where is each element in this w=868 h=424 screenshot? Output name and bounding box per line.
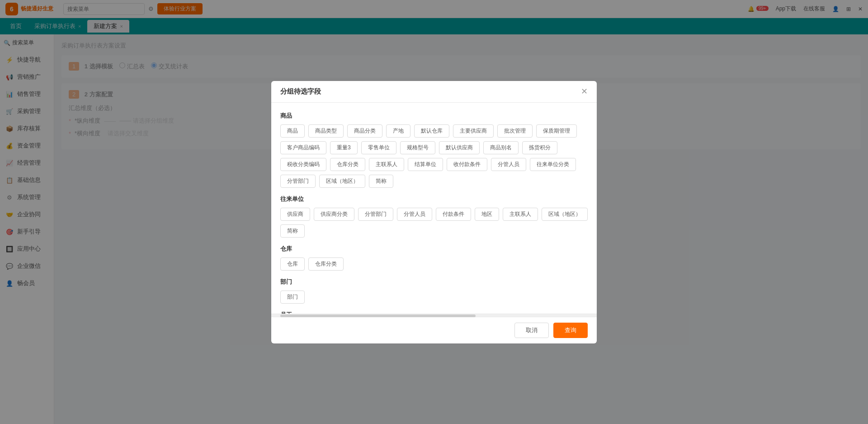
confirm-button[interactable]: 查询 — [553, 323, 588, 338]
field-tag-1-4[interactable]: 付款条件 — [436, 208, 471, 221]
modal-close-button[interactable]: ✕ — [581, 87, 588, 95]
field-group-2: 仓库仓库分类 — [280, 257, 588, 271]
modal-scrollbar[interactable] — [271, 314, 597, 316]
modal-scrollbar-thumb — [280, 314, 476, 317]
field-tag-0-18[interactable]: 结算单位 — [408, 158, 443, 171]
field-tag-0-22[interactable]: 分管部门 — [280, 175, 316, 188]
field-tag-0-4[interactable]: 默认仓库 — [414, 124, 449, 138]
field-group-0: 商品商品类型商品分类产地默认仓库主要供应商批次管理保质期管理客户商品编码重量3零… — [280, 124, 588, 188]
field-tag-0-5[interactable]: 主要供应商 — [453, 124, 494, 138]
field-tag-0-17[interactable]: 主联系人 — [369, 158, 404, 171]
field-tag-1-0[interactable]: 供应商 — [280, 208, 310, 221]
field-tag-1-6[interactable]: 主联系人 — [503, 208, 538, 221]
section-title-1: 往来单位 — [280, 195, 588, 203]
modal-overlay: 分组待选字段 ✕ 商品商品商品类型商品分类产地默认仓库主要供应商批次管理保质期管… — [0, 0, 868, 424]
section-title-3: 部门 — [280, 278, 588, 286]
field-tag-0-24[interactable]: 简称 — [369, 175, 393, 188]
field-tag-0-14[interactable]: 拣货积分 — [522, 141, 557, 154]
field-tag-0-7[interactable]: 保质期管理 — [536, 124, 577, 138]
field-tag-0-23[interactable]: 区域（地区） — [319, 175, 365, 188]
modal-footer: 取消 查询 — [271, 317, 597, 343]
field-tag-1-7[interactable]: 区域（地区） — [542, 208, 588, 221]
section-title-2: 仓库 — [280, 245, 588, 253]
field-tag-0-20[interactable]: 分管人员 — [491, 158, 526, 171]
field-tag-2-0[interactable]: 仓库 — [280, 257, 305, 271]
field-tag-1-3[interactable]: 分管人员 — [397, 208, 432, 221]
field-select-modal: 分组待选字段 ✕ 商品商品商品类型商品分类产地默认仓库主要供应商批次管理保质期管… — [271, 81, 597, 343]
field-tag-0-9[interactable]: 重量3 — [330, 141, 358, 154]
field-tag-1-2[interactable]: 分管部门 — [358, 208, 393, 221]
field-tag-0-16[interactable]: 仓库分类 — [330, 158, 365, 171]
section-title-4: 员工 — [280, 311, 588, 314]
field-tag-0-2[interactable]: 商品分类 — [347, 124, 382, 138]
modal-header: 分组待选字段 ✕ — [271, 81, 597, 103]
field-tag-0-0[interactable]: 商品 — [280, 124, 305, 138]
field-tag-2-1[interactable]: 仓库分类 — [308, 257, 344, 271]
field-tag-0-11[interactable]: 规格型号 — [400, 141, 435, 154]
modal-body: 商品商品商品类型商品分类产地默认仓库主要供应商批次管理保质期管理客户商品编码重量… — [271, 103, 597, 314]
field-group-3: 部门 — [280, 291, 588, 304]
field-tag-1-1[interactable]: 供应商分类 — [314, 208, 354, 221]
field-tag-0-13[interactable]: 商品别名 — [483, 141, 519, 154]
field-tag-0-15[interactable]: 税收分类编码 — [280, 158, 326, 171]
field-tag-0-3[interactable]: 产地 — [386, 124, 410, 138]
field-tag-3-0[interactable]: 部门 — [280, 291, 305, 304]
field-tag-1-8[interactable]: 简称 — [280, 224, 305, 238]
field-tag-0-6[interactable]: 批次管理 — [497, 124, 533, 138]
field-tag-0-8[interactable]: 客户商品编码 — [280, 141, 326, 154]
modal-title: 分组待选字段 — [280, 87, 321, 96]
field-tag-0-21[interactable]: 往来单位分类 — [530, 158, 576, 171]
field-group-1: 供应商供应商分类分管部门分管人员付款条件地区主联系人区域（地区）简称 — [280, 208, 588, 238]
field-tag-0-1[interactable]: 商品类型 — [308, 124, 344, 138]
field-tag-0-12[interactable]: 默认供应商 — [439, 141, 480, 154]
section-title-0: 商品 — [280, 112, 588, 120]
field-tag-1-5[interactable]: 地区 — [475, 208, 499, 221]
cancel-button[interactable]: 取消 — [514, 323, 549, 338]
field-tag-0-19[interactable]: 收付款条件 — [447, 158, 487, 171]
field-tag-0-10[interactable]: 零售单位 — [361, 141, 396, 154]
